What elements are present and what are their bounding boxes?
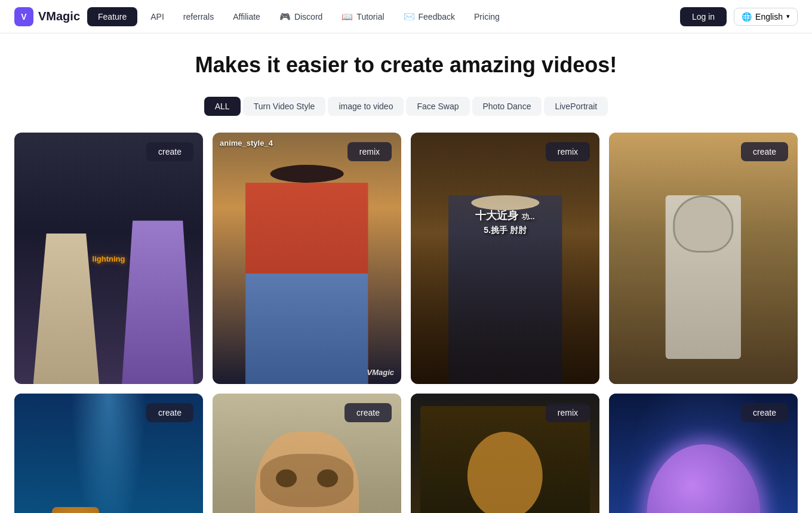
card-grid: lightning create anime_style_4 VMagic re…: [14, 133, 798, 513]
card-2: anime_style_4 VMagic remix: [213, 133, 401, 384]
tutorial-button[interactable]: 📖 Tutorial: [333, 7, 392, 27]
card-4: create: [609, 133, 798, 384]
feedback-button[interactable]: ✉️ Feedback: [395, 7, 463, 27]
language-selector[interactable]: 🌐 English ▾: [734, 8, 798, 26]
card-8: create: [609, 394, 798, 513]
lightning-label: lightning: [93, 254, 125, 263]
affiliate-button[interactable]: Affiliate: [224, 7, 269, 26]
chinese-text-card3: 十大近身 功... 5.挑手 肘肘: [475, 208, 534, 236]
card-5: create: [14, 394, 203, 513]
globe-icon: 🌐: [742, 12, 752, 21]
dancer-figure-2: [122, 220, 193, 384]
create-button-4[interactable]: create: [741, 142, 788, 161]
chinese-line-1: 十大近身 功...: [475, 208, 534, 224]
tab-liveportrait[interactable]: LivePortrait: [544, 97, 608, 116]
feature-button[interactable]: Feature: [87, 7, 137, 26]
hero-face: [467, 432, 543, 513]
remix-button-3[interactable]: remix: [546, 142, 590, 161]
logo-icon: V: [14, 7, 33, 26]
hero-title: Makes it easier to create amazing videos…: [14, 53, 798, 78]
card-7: remix: [411, 394, 599, 513]
login-button[interactable]: Log in: [680, 7, 727, 26]
brand-logo[interactable]: V VMagic: [14, 7, 80, 26]
chevron-down-icon: ▾: [786, 13, 790, 20]
language-label: English: [755, 12, 783, 21]
navbar: V VMagic Feature API referrals Affiliate…: [0, 0, 812, 33]
tab-all[interactable]: ALL: [204, 97, 241, 116]
api-button[interactable]: API: [142, 7, 173, 26]
brand-name: VMagic: [38, 10, 80, 23]
create-button-5[interactable]: create: [146, 403, 193, 422]
email-icon: ✉️: [404, 11, 415, 22]
tab-image-to-video[interactable]: image to video: [328, 97, 404, 116]
tab-face-swap[interactable]: Face Swap: [406, 97, 469, 116]
main-content: Makes it easier to create amazing videos…: [0, 33, 812, 513]
card-3: 十大近身 功... 5.挑手 肘肘 remix: [411, 133, 599, 384]
dancer-figure-1: [33, 234, 100, 385]
tab-photo-dance[interactable]: Photo Dance: [472, 97, 542, 116]
astronaut-figure: [666, 195, 741, 359]
referrals-button[interactable]: referrals: [175, 7, 222, 26]
light-ray: [71, 394, 146, 513]
pricing-button[interactable]: Pricing: [466, 7, 508, 26]
tab-turn-video-style[interactable]: Turn Video Style: [243, 97, 326, 116]
card-1: lightning create: [14, 133, 203, 384]
anime-style-label: anime_style_4: [220, 139, 273, 148]
anime-figure: [245, 183, 368, 384]
create-button-6[interactable]: create: [345, 403, 392, 422]
discord-icon: 🎮: [279, 11, 291, 22]
remix-button-2[interactable]: remix: [347, 142, 392, 161]
remix-button-7[interactable]: remix: [546, 403, 590, 422]
discord-button[interactable]: 🎮 Discord: [271, 7, 331, 27]
create-button-8[interactable]: create: [741, 403, 788, 422]
create-button-1[interactable]: create: [146, 142, 193, 161]
card-6: create: [213, 394, 401, 513]
chinese-line-2: 5.挑手 肘肘: [475, 224, 534, 236]
book-icon: 📖: [342, 11, 353, 22]
filter-tabs: ALL Turn Video Style image to video Face…: [14, 97, 798, 116]
hair: [260, 454, 353, 506]
vmagic-watermark: VMagic: [367, 368, 394, 377]
temple-element: [52, 507, 99, 513]
